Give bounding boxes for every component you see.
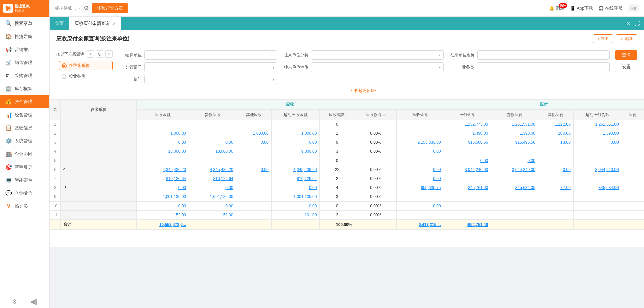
radio-by-salesperson bbox=[62, 74, 66, 79]
collapse-icon: ∧ bbox=[350, 89, 353, 93]
sidebar-item-marketing[interactable]: 📢 营销推广 bbox=[0, 43, 49, 56]
page-container: 应收应付余额查询(按往来单位) ↑ 导出 ↻ 刷新 bbox=[50, 30, 644, 247]
col-recv-amount: 应收金额 bbox=[137, 110, 189, 120]
col-recv-loan: 贷款应收 bbox=[189, 110, 236, 120]
query-button[interactable]: 查询 bbox=[615, 50, 637, 60]
table-row: 11152.00152.00101.0030.00% bbox=[50, 211, 644, 220]
refresh-icon: ↻ bbox=[620, 37, 624, 41]
online-service-btn[interactable]: 🎧 在线客服 bbox=[598, 5, 623, 11]
salesperson-input[interactable]: ··· bbox=[477, 62, 610, 72]
sidebar-item-vip[interactable]: V 畅会员 bbox=[0, 200, 49, 213]
sidebar-item-purchase[interactable]: 🛍 采购管理 bbox=[0, 69, 49, 82]
footer-recv-amount[interactable]: 19,553,472,6... bbox=[137, 220, 189, 230]
dept-chevron: ▾ bbox=[273, 65, 274, 69]
filter-settings-btn[interactable]: ⊙ bbox=[96, 50, 103, 58]
filter-collapse-btn[interactable]: « bbox=[105, 50, 113, 58]
sidebar-settings-btn[interactable]: ⚙ bbox=[12, 298, 17, 305]
col-pay-extra: 应付 bbox=[622, 110, 644, 120]
col-settings-header[interactable]: ⚙ bbox=[50, 100, 61, 120]
filter-dept2: 部门 ▾ bbox=[118, 75, 277, 84]
operation-icon: 📊 bbox=[5, 112, 12, 118]
app-download-btn[interactable]: 📱 App下载 bbox=[570, 5, 593, 11]
sidebar-item-search-menu[interactable]: 🔍 搜索菜单 bbox=[0, 17, 49, 30]
marketing-icon: 📢 bbox=[5, 46, 12, 53]
sidebar-item-wechat[interactable]: 💬 企业微信 bbox=[0, 187, 49, 200]
sidebar-item-operation[interactable]: 📊 经营管理 bbox=[0, 108, 49, 121]
tab-receivable-query[interactable]: 应收应付余额查询 × bbox=[69, 17, 121, 30]
download-icon: 📱 bbox=[570, 6, 575, 11]
sidebar-item-enterprise[interactable]: 🏬 企业协同 bbox=[0, 147, 49, 161]
data-table: ⚙ 往来单位 应收 应付 应收金额 贷款应收 其他应收 超期应收金额 应收笔数 bbox=[50, 99, 644, 230]
sidebar-item-inventory[interactable]: 🏢 库存核算 bbox=[0, 82, 49, 95]
refresh-button[interactable]: ↻ 刷新 bbox=[616, 34, 637, 43]
notification-badge: 99+ bbox=[559, 3, 567, 8]
notification-icon: 🔔 bbox=[549, 6, 554, 11]
filter-area: 按以下方案查询 + ⊙ « 按往来单位 bbox=[50, 46, 644, 99]
table-row: 100.000.000.0000.00%0.00 bbox=[50, 202, 644, 211]
notification-btn[interactable]: 🔔 消息 99+ bbox=[549, 5, 565, 11]
top-header: 畅捷通账... ▾ ⚙ 体验行业方案 🔔 消息 99+ 📱 App下载 🎧 在线… bbox=[50, 0, 644, 17]
sidebar-bottom: ⚙ ◀‖ bbox=[0, 295, 49, 308]
sidebar-item-system[interactable]: ⚙️ 系统管理 bbox=[0, 134, 49, 147]
setting-button[interactable]: 设置 bbox=[615, 62, 637, 72]
solution-button[interactable]: 体验行业方案 bbox=[92, 3, 128, 13]
export-icon: ↑ bbox=[597, 37, 599, 41]
table-row: 6^4,345,436.204,345,436.200.004,345,436.… bbox=[50, 165, 644, 174]
footer-recv-prepay[interactable]: 6,417,215.... bbox=[396, 220, 444, 230]
filter-partner-category: 往来单位分类 ▾ bbox=[284, 50, 443, 60]
filter-option-by-salesperson[interactable]: 按业务员 bbox=[59, 72, 113, 81]
sidebar-item-quick-nav[interactable]: 🏠 快捷导航 bbox=[0, 30, 49, 43]
purchase-icon: 🛍 bbox=[5, 73, 12, 79]
sidebar-item-sales[interactable]: 🛒 销售管理 bbox=[0, 56, 49, 69]
sidebar-item-smart-hw[interactable]: 💻 智能硬件 bbox=[0, 174, 49, 187]
footer-pay-amount[interactable]: -654,751.40 bbox=[444, 220, 491, 230]
col-receivable-group: 应收 bbox=[137, 100, 444, 110]
settlement-unit-input[interactable]: ··· bbox=[144, 50, 277, 60]
settlement-unit-dots: ··· bbox=[271, 53, 274, 57]
tab-expand-icon[interactable]: ⛶ bbox=[635, 20, 640, 27]
dept2-select[interactable]: ▾ bbox=[144, 75, 277, 84]
salesperson-dots: ··· bbox=[603, 65, 607, 70]
finance-icon: 💰 bbox=[5, 98, 12, 105]
collapse-more-btn[interactable]: ∧ 收起更多条件 bbox=[350, 87, 378, 95]
sidebar-item-finance[interactable]: 💰 资金管理 bbox=[0, 95, 49, 108]
col-pay-loan: 贷款应付 bbox=[491, 110, 538, 120]
partner-nature-select[interactable]: ▾ bbox=[311, 62, 443, 72]
tab-close-btn[interactable]: × bbox=[113, 21, 116, 26]
tab-close-all-icon[interactable]: ✕ bbox=[626, 20, 631, 27]
footer-recv-ratio: 100.00% bbox=[320, 220, 355, 230]
dept-select[interactable]: ▾ bbox=[144, 62, 277, 72]
col-recv-prepay: 预收余额 bbox=[396, 110, 444, 120]
page-header: 应收应付余额查询(按往来单位) ↑ 导出 ↻ 刷新 bbox=[50, 30, 644, 46]
content-area: 应收应付余额查询(按往来单位) ↑ 导出 ↻ 刷新 bbox=[50, 30, 644, 308]
partner-category-select[interactable]: ▾ bbox=[311, 50, 443, 60]
partner-nature-label: 往来单位性质 bbox=[284, 64, 308, 70]
header-left: 畅捷通账... ▾ ⚙ 体验行业方案 bbox=[55, 3, 545, 13]
filter-fields-container: 结算单位 ··· 往来单位分类 ▾ bbox=[118, 50, 610, 95]
table-row: 30.000.000.000.0090.00%2,153,333.00915,5… bbox=[50, 138, 644, 147]
user-avatar[interactable]: Rit bbox=[628, 4, 639, 12]
partner-name-input[interactable] bbox=[477, 50, 610, 60]
sidebar-collapse-btn[interactable]: ◀‖ bbox=[30, 298, 38, 305]
col-recv-overdue: 超期应收金额 bbox=[271, 110, 320, 120]
tab-home[interactable]: 首页 bbox=[50, 17, 69, 30]
tab-bar: 首页 应收应付余额查询 × ✕ ⛶ bbox=[50, 17, 644, 30]
filter-by-salesperson-label: 按业务员 bbox=[69, 74, 85, 79]
filter-add-btn[interactable]: + bbox=[87, 50, 94, 58]
data-table-wrap: ⚙ 往来单位 应收 应付 应收金额 贷款应收 其他应收 超期应收金额 应收笔数 bbox=[50, 99, 644, 247]
table-footer-row: 合计 19,553,472,6... 100.00% 6,417,215....… bbox=[50, 220, 644, 230]
logo-text: 畅捷通账 标准版 bbox=[15, 4, 30, 13]
sidebar-item-basic-info[interactable]: 📋 基础信息 bbox=[0, 121, 49, 134]
export-button[interactable]: ↑ 导出 bbox=[593, 34, 613, 43]
sales-icon: 🛒 bbox=[5, 59, 12, 66]
col-pay-other: 其他应付 bbox=[538, 110, 573, 120]
sidebar-item-newbie[interactable]: 🎯 新手引导 bbox=[0, 161, 49, 174]
dept2-label: 部门 bbox=[118, 77, 142, 82]
table-row: 101,252,773.001,251,551.001,222.001,251,… bbox=[50, 120, 644, 129]
filter-option-by-partner[interactable]: 按往来单位 bbox=[59, 61, 113, 70]
col-payable-group: 应付 bbox=[444, 100, 644, 110]
salesperson-label: 业务员 bbox=[450, 64, 474, 70]
settlement-unit-label: 结算单位 bbox=[118, 52, 142, 58]
sidebar: 畅 畅捷通账 标准版 🔍 搜索菜单 🏠 快捷导航 📢 营销推广 🛒 销售管理 🛍… bbox=[0, 0, 50, 308]
header-settings-icon[interactable]: ⚙ bbox=[84, 5, 89, 12]
